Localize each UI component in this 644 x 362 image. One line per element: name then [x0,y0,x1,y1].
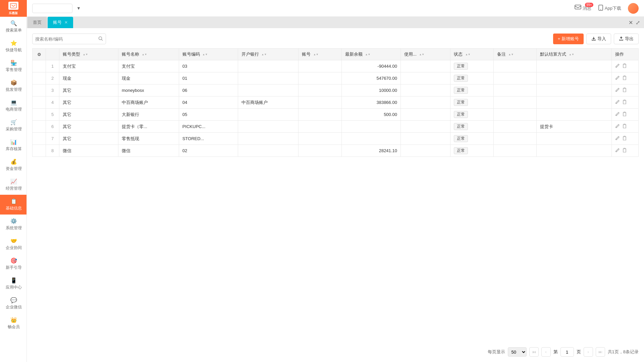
edit-icon-1[interactable] [615,75,620,81]
col-bank[interactable]: 开户银行 ▲▼ [238,49,299,60]
sidebar-item-finance-mgmt[interactable]: 💰 资金管理 [0,155,26,175]
cell-default-payment-7 [537,145,612,157]
page-next-btn[interactable]: › [584,347,593,357]
cell-balance-5 [341,121,400,133]
edit-icon-5[interactable] [615,124,620,129]
cell-remarks-2 [493,84,537,97]
tab-home-label: 首页 [33,19,42,25]
cell-account-1 [299,72,342,84]
logo-icon [8,2,18,10]
col-actions: 操作 [612,49,639,60]
cell-bank-1 [238,72,299,84]
edit-icon-7[interactable] [615,148,620,154]
col-name[interactable]: 账号名称 ▲▼ [118,49,179,60]
cell-name-1: 现金 [118,72,179,84]
sidebar-item-purchase-mgmt[interactable]: 🛒 采购管理 [0,116,26,135]
cell-name-4: 大新银行 [118,109,179,121]
add-account-button[interactable]: + 新增账号 [553,34,584,44]
messages-btn[interactable]: 99+ 消息 [575,5,591,12]
cell-code-5: PICKUPC... [179,121,238,133]
col-usage[interactable]: 使用... ▲▼ [400,49,450,60]
edit-icon-2[interactable] [615,87,620,93]
export-button[interactable]: 导出 [614,34,639,44]
sidebar-item-basic-info[interactable]: 📋 基础信息 [0,195,26,215]
tab-accounts-close[interactable]: ✕ [64,20,68,25]
sort-type-icon: ▲▼ [83,53,88,56]
table-row: 7 其它 零售抵现 STORED... 正常 [33,133,639,145]
search-input[interactable] [35,37,98,42]
search-icon[interactable] [98,36,103,42]
sidebar-item-label: 库存核算 [6,146,22,152]
delete-icon-5[interactable] [623,124,627,129]
messages-badge: 99+ [585,3,593,7]
tab-close-all-icon[interactable]: ✕ [629,19,633,26]
table-row: 8 微信 微信 02 28241.10 正常 [33,145,639,157]
edit-icon-6[interactable] [615,136,620,141]
delete-icon-1[interactable] [623,75,627,81]
cell-account-4 [299,109,342,121]
cell-bank-4 [238,109,299,121]
page-last-btn[interactable]: ⏭ [596,347,605,357]
topbar-dropdown[interactable]: ▼ [76,6,81,11]
page-size-select[interactable]: 50 20 100 [508,347,527,357]
sidebar-item-quick-nav[interactable]: ⭐ 快捷导航 [0,37,26,56]
cell-usage-7 [400,145,450,157]
edit-icon-0[interactable] [615,63,620,69]
page-first-btn[interactable]: ⏮ [529,347,539,357]
cell-remarks-5 [493,121,537,133]
svg-point-3 [600,9,601,10]
cell-default-payment-1 [537,72,612,84]
delete-icon-0[interactable] [623,63,627,69]
sidebar-item-vip-member[interactable]: 👑 畅会员 [0,313,26,333]
cell-default-payment-2 [537,84,612,97]
col-gear[interactable]: ⚙ [33,49,46,60]
tab-accounts[interactable]: 账号 ✕ [48,17,73,28]
page-prev-btn[interactable]: ‹ [541,347,551,357]
cell-gear-4 [33,109,46,121]
sidebar-item-label: 电商管理 [6,107,22,112]
delete-icon-2[interactable] [623,87,627,93]
cell-num-2: 3 [46,84,59,97]
sidebar-item-system-mgmt[interactable]: ⚙️ 系统管理 [0,215,26,234]
delete-icon-7[interactable] [623,148,627,154]
col-account[interactable]: 账号 ▲▼ [299,49,342,60]
sidebar-item-enterprise-wechat[interactable]: 💬 企业微信 [0,294,26,313]
col-type[interactable]: 账号类型 ▲▼ [59,49,118,60]
sidebar-item-inventory-calc[interactable]: 📊 库存核算 [0,135,26,155]
search-box[interactable] [32,34,106,44]
sidebar-item-enterprise-agreement[interactable]: 🤝 企业协同 [0,234,26,254]
col-status[interactable]: 状态 ▲▼ [450,49,494,60]
page-input[interactable] [560,347,574,357]
table-row: 5 其它 大新银行 05 500.00 正常 [33,109,639,121]
delete-icon-6[interactable] [623,136,627,141]
finance-mgmt-icon: 💰 [10,159,17,165]
tab-home[interactable]: 首页 [28,17,47,28]
ecommerce-mgmt-icon: 💻 [10,99,17,106]
cell-account-0 [299,60,342,72]
sidebar-item-newbie-guide[interactable]: 🎯 新手引导 [0,254,26,274]
edit-icon-3[interactable] [615,100,620,105]
sidebar-item-search-menu[interactable]: 🔍 搜索菜单 [0,17,26,37]
cell-gear-1 [33,72,46,84]
cell-actions-0 [612,60,639,72]
cell-default-payment-5: 提货卡 [537,121,612,133]
sidebar-item-ecommerce-mgmt[interactable]: 💻 电商管理 [0,96,26,116]
col-remarks[interactable]: 备注 ▲▼ [493,49,537,60]
col-default-payment[interactable]: 默认结算方式 ▲▼ [537,49,612,60]
delete-icon-4[interactable] [623,112,627,117]
cell-status-0: 正常 [450,60,494,72]
col-num [46,49,59,60]
delete-icon-3[interactable] [623,100,627,105]
sidebar-item-operations-mgmt[interactable]: 📈 经营管理 [0,175,26,195]
col-code[interactable]: 账号编码 ▲▼ [179,49,238,60]
sidebar-item-retail-mgmt[interactable]: 🏪 零售管理 [0,56,26,76]
sidebar-item-wholesale-mgmt[interactable]: 📦 批发管理 [0,76,26,96]
sidebar-item-app-center[interactable]: 📱 应用中心 [0,274,26,294]
import-button[interactable]: 导入 [586,34,611,44]
topbar-search-input[interactable] [32,4,72,13]
edit-icon-4[interactable] [615,112,620,117]
tab-expand-icon[interactable]: ⤢ [636,19,640,26]
app-download-btn[interactable]: App下载 [598,5,621,12]
col-balance[interactable]: 最新余额 ▲▼ [341,49,400,60]
user-avatar[interactable] [628,3,639,14]
